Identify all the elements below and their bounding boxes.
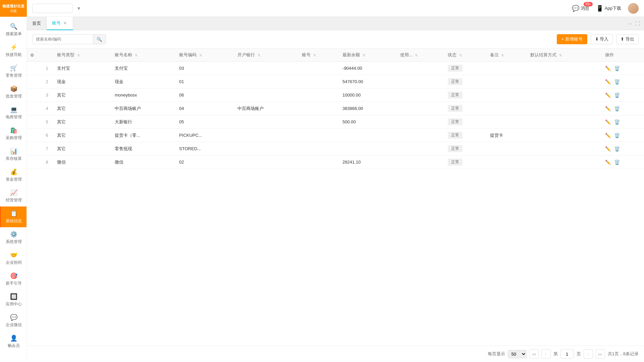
cell-index: 8: [40, 156, 54, 169]
settings-icon[interactable]: ⚙: [30, 53, 34, 58]
th-status[interactable]: 状态 ⇅: [444, 49, 487, 62]
delete-icon[interactable]: 🗑️: [614, 119, 620, 125]
delete-icon[interactable]: 🗑️: [614, 106, 620, 111]
dropdown-arrow-icon[interactable]: ▼: [76, 6, 81, 11]
cell-code: 06: [176, 88, 234, 102]
edit-icon[interactable]: ✏️: [605, 93, 611, 98]
add-account-button[interactable]: + 新增账号: [557, 34, 587, 44]
delete-icon[interactable]: 🗑️: [614, 93, 620, 98]
edit-icon[interactable]: ✏️: [605, 106, 611, 111]
next-page-button[interactable]: ›: [584, 349, 593, 359]
search-input[interactable]: [33, 37, 93, 42]
sidebar-item-label: 企业微信: [6, 322, 22, 328]
cell-remark: [487, 102, 527, 115]
th-bank[interactable]: 开户银行 ⇅: [234, 49, 299, 62]
table-row: 5 其它 大新银行 05 500.00 正常 ✏️ 🗑️: [27, 115, 644, 129]
edit-icon[interactable]: ✏️: [605, 146, 611, 152]
sidebar-item-search[interactable]: 🔍 搜索菜单: [0, 19, 26, 40]
delete-icon[interactable]: 🗑️: [614, 133, 620, 138]
cell-default-settlement: [527, 142, 602, 156]
sidebar-item-finance[interactable]: 💰 资金管理: [0, 165, 26, 186]
cell-name: 零售抵现: [111, 142, 176, 156]
cell-bank: [234, 62, 299, 75]
tab-maximize-icon[interactable]: ⛶: [634, 20, 641, 27]
export-button[interactable]: ⬆ 导出: [616, 34, 639, 44]
cell-default-settlement: [527, 115, 602, 129]
table-row: 3 其它 moneybosx 06 10000.00 正常 ✏️ 🗑️: [27, 88, 644, 102]
cell-balance: -90444.00: [339, 62, 397, 75]
th-default-settlement[interactable]: 默认结算方式 ⇅: [527, 49, 602, 62]
cell-name: 提货卡（零...: [111, 129, 176, 142]
toolbar-left: 🔍: [32, 34, 106, 44]
tab-controls: – ⛶: [73, 20, 644, 27]
avatar[interactable]: [628, 3, 639, 14]
th-account[interactable]: 账号 ⇅: [299, 49, 339, 62]
last-page-button[interactable]: ⏭: [596, 349, 605, 359]
sidebar-item-operations[interactable]: 📈 经营管理: [0, 186, 26, 206]
delete-icon[interactable]: 🗑️: [614, 66, 620, 71]
sidebar-item-guide[interactable]: 🎯 新手引导: [0, 269, 26, 290]
sidebar-item-purchase[interactable]: 🛍️ 采购管理: [0, 123, 26, 144]
cell-action: ✏️ 🗑️: [602, 102, 644, 115]
edit-icon[interactable]: ✏️: [605, 133, 611, 138]
sidebar-item-corpwechat[interactable]: 💬 企业微信: [0, 310, 26, 331]
cell-action: ✏️ 🗑️: [602, 156, 644, 169]
th-type[interactable]: 账号类型 ⇅: [54, 49, 111, 62]
edit-icon[interactable]: ✏️: [605, 119, 611, 125]
sidebar-item-label: 搜索菜单: [6, 31, 22, 37]
tab-account[interactable]: 账号 ✕: [47, 17, 73, 30]
cell-balance: 547670.00: [339, 75, 397, 88]
app-download-button[interactable]: 📱 App下载: [596, 5, 621, 12]
edit-icon[interactable]: ✏️: [605, 160, 611, 165]
th-name[interactable]: 账号名称 ⇅: [111, 49, 176, 62]
tab-close-icon[interactable]: ✕: [63, 20, 67, 26]
sidebar-item-label: 零售管理: [6, 73, 22, 78]
search-button[interactable]: 🔍: [93, 35, 106, 44]
finance-icon: 💰: [10, 168, 17, 176]
topbar-search-input[interactable]: [32, 4, 72, 13]
cell-type: 现金: [54, 75, 111, 88]
sidebar-item-retail[interactable]: 🛒 零售管理: [0, 61, 26, 82]
sidebar-item-system[interactable]: ⚙️ 系统管理: [0, 227, 26, 248]
tab-home[interactable]: 首页: [27, 17, 47, 30]
sidebar-item-appcenter[interactable]: 🔲 应用中心: [0, 290, 26, 310]
sidebar-item-inventory[interactable]: 📊 库存核算: [0, 144, 26, 165]
th-usage[interactable]: 使用... ⇅: [397, 49, 444, 62]
sidebar-item-label: 电商管理: [6, 114, 22, 120]
message-button[interactable]: 💬 消息 99+: [572, 5, 589, 12]
message-badge: 99+: [584, 2, 593, 6]
sidebar-item-basic[interactable]: 📋 基础信息: [0, 206, 26, 227]
table-row: 6 其它 提货卡（零... PICKUPC... 正常 提货卡 ✏️ 🗑️: [27, 129, 644, 142]
page-size-select[interactable]: 50 100 200: [508, 350, 527, 358]
cell-account: [299, 142, 339, 156]
delete-icon[interactable]: 🗑️: [614, 146, 620, 152]
cell-settings: [27, 129, 40, 142]
sidebar-item-wholesale[interactable]: 📦 批发管理: [0, 82, 26, 103]
cell-settings: [27, 115, 40, 129]
first-page-button[interactable]: ⏮: [529, 349, 539, 359]
th-remark[interactable]: 备注 ⇅: [487, 49, 527, 62]
sidebar-item-ecommerce[interactable]: 💻 电商管理: [0, 103, 26, 123]
mobile-icon: 📱: [596, 5, 603, 12]
sidebar-item-member[interactable]: 👤 畅会员: [0, 331, 26, 352]
th-balance[interactable]: 最新余额 ⇅: [339, 49, 397, 62]
cell-status: 正常: [444, 62, 487, 75]
import-button[interactable]: ⬇ 导入: [591, 34, 613, 44]
guide-icon: 🎯: [10, 272, 17, 280]
cell-remark: [487, 88, 527, 102]
delete-icon[interactable]: 🗑️: [614, 79, 620, 84]
th-code[interactable]: 账号编码 ⇅: [176, 49, 234, 62]
cell-remark: [487, 115, 527, 129]
table-row: 1 支付宝 支付宝 03 -90444.00 正常 ✏️ 🗑️: [27, 62, 644, 75]
delete-icon[interactable]: 🗑️: [614, 160, 620, 165]
sidebar-item-corporate[interactable]: 🤝 企业协同: [0, 248, 26, 269]
edit-icon[interactable]: ✏️: [605, 66, 611, 71]
tab-minimize-icon[interactable]: –: [627, 20, 634, 27]
page-input[interactable]: [560, 349, 574, 359]
sidebar-item-label: 新手引导: [6, 281, 22, 286]
cell-code: 01: [176, 75, 234, 88]
edit-icon[interactable]: ✏️: [605, 79, 611, 84]
cell-remark: [487, 75, 527, 88]
sidebar-item-shortcuts[interactable]: ⚡ 快捷导航: [0, 40, 26, 61]
prev-page-button[interactable]: ‹: [541, 349, 551, 359]
